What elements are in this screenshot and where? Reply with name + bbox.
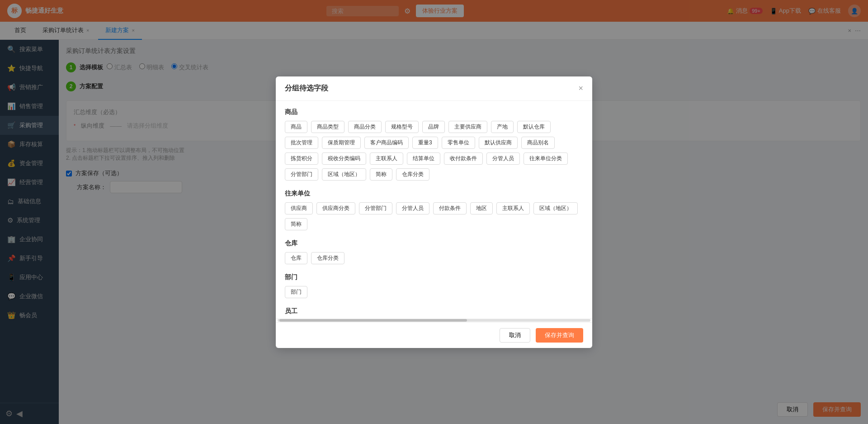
tag-goods-category[interactable]: 商品分类 <box>348 121 382 133</box>
hscroll-thumb[interactable] <box>279 319 467 322</box>
tag-batch-mgmt[interactable]: 批次管理 <box>285 137 318 149</box>
tag-main-supplier[interactable]: 主要供应商 <box>448 121 487 133</box>
tag-partner-region[interactable]: 区域（地区） <box>533 202 578 214</box>
cat-dept-title: 部门 <box>285 273 583 281</box>
tag-brand[interactable]: 品牌 <box>422 121 445 133</box>
tag-payment-term[interactable]: 收付款条件 <box>444 152 483 165</box>
tag-manager[interactable]: 分管人员 <box>486 152 520 165</box>
cat-goods: 商品 商品 商品类型 商品分类 规格型号 品牌 主要供应商 产地 默认仓库 批次… <box>285 108 583 181</box>
tag-partner-dept[interactable]: 分管部门 <box>359 202 392 214</box>
modal-save-button[interactable]: 保存并查询 <box>536 328 583 343</box>
tag-main-contact[interactable]: 主联系人 <box>370 152 403 165</box>
tag-warehouse[interactable]: 仓库 <box>285 252 307 264</box>
tag-payment-condition[interactable]: 付款条件 <box>433 202 467 214</box>
cat-staff: 员工 业务员 <box>285 307 583 319</box>
tag-region[interactable]: 区域（地区） <box>322 168 366 181</box>
tag-supplier[interactable]: 供应商 <box>285 202 313 214</box>
cat-dept-tags: 部门 <box>285 286 583 298</box>
modal-title: 分组待选字段 <box>285 84 328 93</box>
cat-dept: 部门 部门 <box>285 273 583 298</box>
tag-partner-contact[interactable]: 主联系人 <box>496 202 530 214</box>
tag-department[interactable]: 部门 <box>285 286 307 298</box>
tag-spec-model[interactable]: 规格型号 <box>385 121 419 133</box>
cat-goods-tags: 商品 商品类型 商品分类 规格型号 品牌 主要供应商 产地 默认仓库 批次管理 … <box>285 121 583 181</box>
cat-warehouse: 仓库 仓库 仓库分类 <box>285 239 583 264</box>
cat-partner-title: 往来单位 <box>285 190 583 198</box>
tag-dept[interactable]: 分管部门 <box>285 168 318 181</box>
tag-alias[interactable]: 商品别名 <box>521 137 555 149</box>
tag-partner-manager[interactable]: 分管人员 <box>396 202 429 214</box>
cat-staff-title: 员工 <box>285 307 583 315</box>
tag-shelf-life[interactable]: 保质期管理 <box>322 137 361 149</box>
tag-origin[interactable]: 产地 <box>491 121 514 133</box>
cat-warehouse-tags: 仓库 仓库分类 <box>285 252 583 264</box>
tag-weight[interactable]: 重量3 <box>412 137 438 149</box>
tag-retail-unit[interactable]: 零售单位 <box>442 137 475 149</box>
tag-warehouse-cat[interactable]: 仓库分类 <box>396 168 429 181</box>
cat-warehouse-title: 仓库 <box>285 239 583 248</box>
cat-partner-tags: 供应商 供应商分类 分管部门 分管人员 付款条件 地区 主联系人 区域（地区） … <box>285 202 583 230</box>
tag-warehouse-class[interactable]: 仓库分类 <box>311 252 344 264</box>
modal-hscroll[interactable] <box>276 319 592 322</box>
tag-customer-code[interactable]: 客户商品编码 <box>364 137 409 149</box>
modal-overlay: 分组待选字段 × 商品 商品 商品类型 商品分类 规格型号 品牌 主要供应商 产… <box>0 0 868 424</box>
tag-partner-short[interactable]: 简称 <box>285 218 307 230</box>
tag-goods[interactable]: 商品 <box>285 121 307 133</box>
modal-footer: 取消 保存并查询 <box>276 322 592 348</box>
tag-pick-score[interactable]: 拣货积分 <box>285 152 318 165</box>
tag-area[interactable]: 地区 <box>470 202 493 214</box>
tag-goods-type[interactable]: 商品类型 <box>311 121 344 133</box>
tag-supplier-category[interactable]: 供应商分类 <box>316 202 355 214</box>
cat-partner: 往来单位 供应商 供应商分类 分管部门 分管人员 付款条件 地区 主联系人 区域… <box>285 190 583 230</box>
tag-default-supplier[interactable]: 默认供应商 <box>479 137 518 149</box>
tag-settle-unit[interactable]: 结算单位 <box>407 152 440 165</box>
hscroll-track <box>278 319 590 322</box>
cat-goods-title: 商品 <box>285 108 583 116</box>
modal-dialog: 分组待选字段 × 商品 商品 商品类型 商品分类 规格型号 品牌 主要供应商 产… <box>276 76 592 348</box>
modal-cancel-button[interactable]: 取消 <box>500 328 530 343</box>
modal-header: 分组待选字段 × <box>276 76 592 101</box>
tag-default-warehouse[interactable]: 默认仓库 <box>517 121 551 133</box>
tag-partner-category[interactable]: 往来单位分类 <box>524 152 568 165</box>
tag-tax-code[interactable]: 税收分类编码 <box>322 152 366 165</box>
modal-body: 商品 商品 商品类型 商品分类 规格型号 品牌 主要供应商 产地 默认仓库 批次… <box>276 101 592 319</box>
modal-close-button[interactable]: × <box>578 84 583 93</box>
tag-short-name[interactable]: 简称 <box>370 168 392 181</box>
